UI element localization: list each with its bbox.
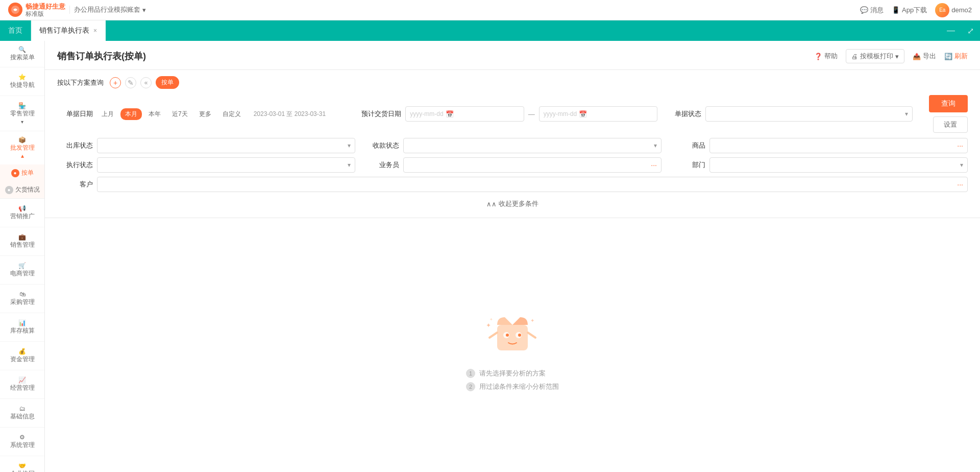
calendar-start-icon: 📅: [446, 110, 454, 118]
sidebar-sub-order[interactable]: ● 按单: [0, 164, 44, 181]
status-chevron-icon: ▾: [905, 110, 908, 117]
receipt-select[interactable]: ▾: [403, 138, 662, 153]
refresh-btn[interactable]: 🔄 刷新: [944, 52, 968, 61]
outbound-label: 出库状态: [57, 141, 93, 150]
add-scheme-btn[interactable]: +: [110, 77, 121, 88]
svg-line-7: [528, 333, 535, 338]
debt-icon: ●: [5, 186, 13, 194]
empty-steps: 1 请先选择要分析的方案 2 用过滤条件来缩小分析范围: [466, 369, 559, 391]
tab-minimize-btn[interactable]: —: [941, 26, 961, 35]
expected-date-end[interactable]: yyyy-mm-dd 📅: [539, 106, 658, 122]
user-area[interactable]: Ea demo2: [935, 3, 972, 17]
company-selector[interactable]: 办公用品行业模拟账套 ▾: [74, 5, 146, 14]
sidebar-item-finance[interactable]: 💰 资金管理: [0, 342, 44, 370]
scheme-order[interactable]: 按单: [156, 76, 179, 89]
outbound-select[interactable]: ▾: [97, 138, 355, 153]
expected-date-start[interactable]: yyyy-mm-dd 📅: [405, 106, 524, 122]
salesperson-label: 业务员: [363, 160, 399, 170]
goods-more-icon[interactable]: ···: [957, 141, 963, 150]
salesperson-input[interactable]: ···: [403, 157, 662, 173]
sidebar-wholesale-group: 📦 批发管理 ▴ ● 按单 ● 欠货情况: [0, 131, 44, 199]
setup-btn[interactable]: 设置: [933, 116, 968, 133]
step-1-num: 1: [466, 369, 475, 378]
sidebar-quick-nav[interactable]: ⭐ 快捷导航: [0, 67, 44, 96]
filter-date-item: 单据日期 上月 本月 本年 近7天 更多 自定义 2023-03-01 至 20…: [57, 108, 353, 120]
tab-close-icon[interactable]: ×: [93, 27, 97, 34]
top-bar-left: 畅捷通好生意 标准版 办公用品行业模拟账套 ▾: [8, 3, 146, 18]
sidebar-item-ecommerce[interactable]: 🛒 电商管理: [0, 256, 44, 285]
customer-more-icon[interactable]: ···: [957, 180, 963, 188]
date-tab-custom[interactable]: 自定义: [218, 108, 246, 120]
print-icon: 🖨: [851, 53, 858, 60]
print-dropdown-icon: ▾: [895, 53, 899, 60]
export-btn[interactable]: 📤 导出: [913, 52, 936, 61]
content-area: 销售订单执行表(按单) ❓ 帮助 🖨 按模板打印 ▾ 📤 导出 🔄 刷新: [45, 41, 980, 472]
dept-label: 部门: [670, 160, 705, 170]
sidebar-search[interactable]: 🔍 搜索菜单: [0, 41, 44, 67]
help-icon: ❓: [814, 53, 822, 60]
sidebar-item-marketing[interactable]: 📢 营销推广: [0, 199, 44, 227]
sidebar-item-inventory[interactable]: 📊 库存核算: [0, 313, 44, 342]
date-label: 单据日期: [57, 109, 93, 119]
right-action-btns: 查询 设置: [929, 95, 968, 133]
scheme-row: 按以下方案查询 + ✎ « 按单: [57, 76, 968, 89]
sidebar-item-purchase[interactable]: 🛍 采购管理: [0, 285, 44, 313]
filter-row-1: 单据日期 上月 本月 本年 近7天 更多 自定义 2023-03-01 至 20…: [57, 95, 968, 133]
goods-label: 商品: [670, 141, 705, 150]
receipt-label: 收款状态: [363, 141, 399, 150]
sidebar-item-wholesale[interactable]: 📦 批发管理 ▴: [0, 131, 44, 164]
svg-line-6: [489, 333, 497, 338]
sidebar-item-system[interactable]: ⚙ 系统管理: [0, 428, 44, 456]
help-btn[interactable]: ❓ 帮助: [814, 52, 838, 61]
export-icon: 📤: [913, 53, 921, 60]
sidebar-item-enterprise[interactable]: 🤝 企业协同: [0, 456, 44, 472]
collapse-more-btn[interactable]: ∧∧ 收起更多条件: [57, 196, 968, 211]
wholesale-submenu: ● 按单 ● 欠货情况: [0, 164, 44, 198]
print-template-btn[interactable]: 🖨 按模板打印 ▾: [846, 49, 904, 63]
app-download-btn[interactable]: 📱 App下载: [892, 6, 927, 15]
filter-row-4: 客户 ···: [57, 177, 968, 192]
main-layout: 🔍 搜索菜单 ⭐ 快捷导航 🏪 零售管理 ▾ 📦 批发管理 ▴ ● 按单: [0, 41, 980, 472]
sidebar-item-sales[interactable]: 💼 销售管理: [0, 227, 44, 256]
sidebar-item-operations[interactable]: 📈 经营管理: [0, 370, 44, 399]
message-icon: 💬: [860, 6, 868, 14]
sidebar-sub-debt[interactable]: ● 欠货情况: [0, 181, 44, 198]
logo-area: 畅捷通好生意 标准版: [8, 3, 65, 18]
expected-date-label: 预计交货日期: [361, 109, 401, 119]
salesperson-more-icon[interactable]: ···: [651, 161, 657, 169]
retail-expand-icon: ▾: [21, 119, 23, 125]
edit-icon: ✎: [128, 79, 134, 87]
sidebar-item-retail[interactable]: 🏪 零售管理 ▾: [0, 96, 44, 131]
filter-panel: 按以下方案查询 + ✎ « 按单 单据日: [45, 70, 980, 218]
sidebar: 🔍 搜索菜单 ⭐ 快捷导航 🏪 零售管理 ▾ 📦 批发管理 ▴ ● 按单: [0, 41, 45, 472]
query-btn[interactable]: 查询: [929, 95, 968, 112]
status-select[interactable]: ▾: [705, 106, 913, 122]
goods-input[interactable]: ···: [709, 138, 968, 153]
svg-text:✦: ✦: [489, 317, 493, 322]
svg-point-5: [518, 334, 521, 337]
date-tab-this-month[interactable]: 本月: [120, 108, 142, 120]
date-tab-more[interactable]: 更多: [194, 108, 216, 120]
collapse-icon: «: [144, 79, 148, 86]
logo-icon: [8, 3, 22, 17]
svg-text:✦: ✦: [486, 322, 491, 329]
tab-sales-order[interactable]: 销售订单执行表 ×: [31, 20, 106, 41]
avatar: Ea: [935, 3, 949, 17]
search-icon: 🔍: [18, 46, 26, 53]
page-header: 销售订单执行表(按单) ❓ 帮助 🖨 按模板打印 ▾ 📤 导出 🔄 刷新: [45, 41, 980, 70]
date-tab-last-month[interactable]: 上月: [97, 108, 118, 120]
status-label: 单据状态: [666, 109, 701, 119]
edit-scheme-btn[interactable]: ✎: [125, 77, 136, 88]
date-group: 上月 本月 本年 近7天 更多 自定义 2023-03-01 至 2023-03…: [97, 108, 353, 120]
message-btn[interactable]: 💬 消息: [860, 6, 884, 15]
tab-home[interactable]: 首页: [0, 20, 31, 41]
date-tabs: 上月 本月 本年 近7天 更多 自定义: [97, 108, 246, 120]
collapse-scheme-btn[interactable]: «: [140, 77, 152, 88]
dept-select[interactable]: ▾: [709, 157, 968, 173]
customer-input[interactable]: ···: [97, 177, 968, 192]
date-tab-last7[interactable]: 近7天: [167, 108, 192, 120]
exec-select[interactable]: ▾: [97, 157, 355, 173]
sidebar-item-base[interactable]: 🗂 基础信息: [0, 399, 44, 428]
date-tab-this-year[interactable]: 本年: [144, 108, 165, 120]
tab-expand-btn[interactable]: ⤢: [961, 26, 980, 36]
